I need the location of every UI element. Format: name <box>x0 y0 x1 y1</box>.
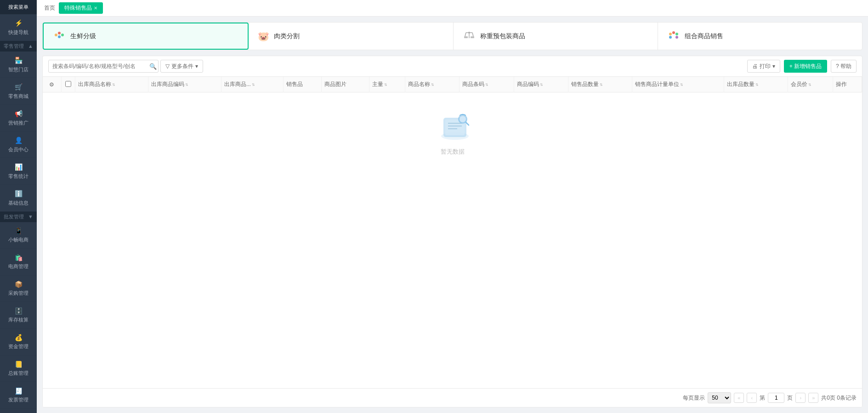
sidebar-item-finance[interactable]: 💰 资金管理 <box>0 329 37 356</box>
sort-out-qty[interactable]: ⇅ <box>755 83 759 87</box>
ecommerce-icon: 🛍️ <box>2 253 35 263</box>
svg-point-13 <box>675 33 678 35</box>
sidebar-item-tax-mgmt[interactable]: 📋 税务管理 <box>0 409 37 413</box>
data-table-container: ⚙ 出库商品名称⇅ 出库商品编码⇅ 出库商品...⇅ 销售品 商品图片 主量⇅ … <box>42 76 862 407</box>
svg-point-2 <box>61 34 64 36</box>
col-checkbox[interactable] <box>61 77 75 92</box>
fresh-grade-label: 生鲜分级 <box>70 32 96 40</box>
home-breadcrumb[interactable]: 首页 <box>44 4 55 12</box>
svg-point-15 <box>675 36 678 39</box>
sort-item-name[interactable]: ⇅ <box>431 83 434 87</box>
tab-combo-sale[interactable]: 组合商品销售 <box>658 23 862 50</box>
col-out-code[interactable]: 出库商品编码⇅ <box>148 77 221 92</box>
col-sale-unit[interactable]: 销售商品计量单位⇅ <box>632 77 724 92</box>
table-wrapper[interactable]: ⚙ 出库商品名称⇅ 出库商品编码⇅ 出库商品...⇅ 销售品 商品图片 主量⇅ … <box>43 77 862 388</box>
sidebar-search-menu[interactable]: 搜索菜单 <box>0 0 37 14</box>
sidebar-item-purchase-mgmt[interactable]: 📦 采购管理 <box>0 275 37 302</box>
inventory-icon: 🗄️ <box>2 307 35 316</box>
sidebar-item-invoice-mgmt[interactable]: 🧾 发票管理 <box>0 382 37 409</box>
col-item-image[interactable]: 商品图片 <box>322 77 369 92</box>
total-info: 共0页 0条记录 <box>821 394 857 402</box>
page-content: 生鲜分级 🐷 肉类分割 称重预包 <box>37 17 868 413</box>
col-item-name[interactable]: 商品名称⇅ <box>405 77 460 92</box>
svg-point-23 <box>460 116 466 122</box>
svg-point-1 <box>58 32 61 34</box>
sidebar-item-smart-store[interactable]: 🏪 智慧门店 <box>0 52 37 78</box>
sort-sale-qty[interactable]: ⇅ <box>600 83 603 87</box>
finance-icon: 💰 <box>2 333 35 343</box>
help-button[interactable]: ? 帮助 <box>831 60 857 73</box>
sidebar-item-mini-ecommerce[interactable]: 📱 小畅电商 <box>0 222 37 249</box>
sidebar-item-retail-stats[interactable]: 📊 零售统计 <box>0 158 37 185</box>
sort-item-code[interactable]: ⇅ <box>540 83 543 87</box>
sidebar-item-retail-mall[interactable]: 🛒 零售商城 <box>0 78 37 105</box>
scale-pack-icon <box>463 30 476 42</box>
fresh-grade-icon <box>53 30 66 42</box>
sort-item-barcode[interactable]: ⇅ <box>485 83 488 87</box>
print-button[interactable]: 🖨 打印 ▾ <box>747 60 780 73</box>
sidebar-item-members[interactable]: 👤 会员中心 <box>0 132 37 158</box>
sidebar-item-general-ledger[interactable]: 📒 总账管理 <box>0 356 37 382</box>
col-member-price[interactable]: 会员价⇅ <box>788 77 833 92</box>
search-button[interactable]: 🔍 <box>149 63 157 70</box>
active-tab[interactable]: 特殊销售品 ✕ <box>59 2 103 14</box>
sidebar-item-ecommerce-mgmt[interactable]: 🛍️ 电商管理 <box>0 249 37 275</box>
sidebar-item-promo[interactable]: 📢 营销推广 <box>0 105 37 132</box>
per-page-select[interactable]: 20 50 100 <box>708 392 731 403</box>
empty-state: 暂无数据 <box>43 92 862 174</box>
col-settings[interactable]: ⚙ <box>43 77 61 92</box>
store-icon: 🏪 <box>2 56 35 65</box>
tab-meat-cut[interactable]: 🐷 肉类分割 <box>249 23 453 50</box>
sidebar-item-basic-info[interactable]: ℹ️ 基础信息 <box>0 185 37 212</box>
first-page-button[interactable]: « <box>734 393 744 403</box>
col-out-item[interactable]: 出库商品...⇅ <box>221 77 284 92</box>
print-dropdown-icon: ▾ <box>772 63 775 69</box>
sidebar-quick-nav[interactable]: ⚡ 快捷导航 <box>0 14 37 41</box>
sidebar-section-retail[interactable]: 零售管理 ▲ <box>0 41 37 52</box>
filter-dropdown-icon: ▾ <box>195 63 198 69</box>
ledger-icon: 📒 <box>2 360 35 369</box>
stats-icon: 📊 <box>2 163 35 172</box>
last-page-button[interactable]: » <box>808 393 818 403</box>
sidebar-section-wholesale[interactable]: 批发管理 ▼ <box>0 212 37 222</box>
tab-scale-pack[interactable]: 称重预包装商品 <box>454 23 658 50</box>
sidebar-item-inventory[interactable]: 🗄️ 库存核算 <box>0 302 37 329</box>
mall-icon: 🛒 <box>2 83 35 92</box>
col-main-weight[interactable]: 主量⇅ <box>369 77 405 92</box>
col-item-barcode[interactable]: 商品条码⇅ <box>460 77 514 92</box>
sort-main-weight[interactable]: ⇅ <box>384 83 387 87</box>
combo-sale-icon <box>667 30 680 42</box>
sort-out-item[interactable]: ⇅ <box>252 83 255 87</box>
sort-out-code[interactable]: ⇅ <box>185 83 188 87</box>
search-input[interactable] <box>48 60 159 73</box>
sort-out-name[interactable]: ⇅ <box>112 83 115 87</box>
add-button[interactable]: + 新增销售品 <box>784 60 827 73</box>
purchase-icon: 📦 <box>2 280 35 289</box>
mini-icon: 📱 <box>2 227 35 236</box>
next-page-button[interactable]: › <box>795 393 806 403</box>
filter-icon: ▽ <box>165 63 170 69</box>
empty-illustration <box>434 111 471 143</box>
main-content: 首页 特殊销售品 ✕ 生鲜分级 🐷 肉类 <box>37 0 868 413</box>
svg-point-12 <box>672 31 675 34</box>
close-tab-icon[interactable]: ✕ <box>94 6 97 11</box>
col-sale-item[interactable]: 销售品 <box>284 77 322 92</box>
page-suffix: 页 <box>787 394 793 402</box>
data-table: ⚙ 出库商品名称⇅ 出库商品编码⇅ 出库商品...⇅ 销售品 商品图片 主量⇅ … <box>43 77 862 92</box>
help-icon: ? <box>836 63 839 69</box>
svg-line-7 <box>472 33 473 36</box>
col-item-code[interactable]: 商品编码⇅ <box>514 77 568 92</box>
svg-point-0 <box>55 34 57 36</box>
col-sale-qty[interactable]: 销售品数量⇅ <box>568 77 632 92</box>
prev-page-button[interactable]: ‹ <box>747 393 757 403</box>
select-all-checkbox[interactable] <box>65 81 71 87</box>
pagination: 每页显示 20 50 100 « ‹ 第 页 › » 共0页 0条记录 <box>43 388 862 407</box>
filter-button[interactable]: ▽ 更多条件 ▾ <box>160 60 203 73</box>
tab-fresh-grade[interactable]: 生鲜分级 <box>43 23 249 50</box>
col-out-name[interactable]: 出库商品名称⇅ <box>75 77 148 92</box>
col-out-qty[interactable]: 出库品数量⇅ <box>724 77 788 92</box>
page-input[interactable] <box>768 393 784 403</box>
sort-member-price[interactable]: ⇅ <box>808 83 811 87</box>
quicknav-icon: ⚡ <box>2 19 35 28</box>
sort-sale-unit[interactable]: ⇅ <box>680 83 683 87</box>
